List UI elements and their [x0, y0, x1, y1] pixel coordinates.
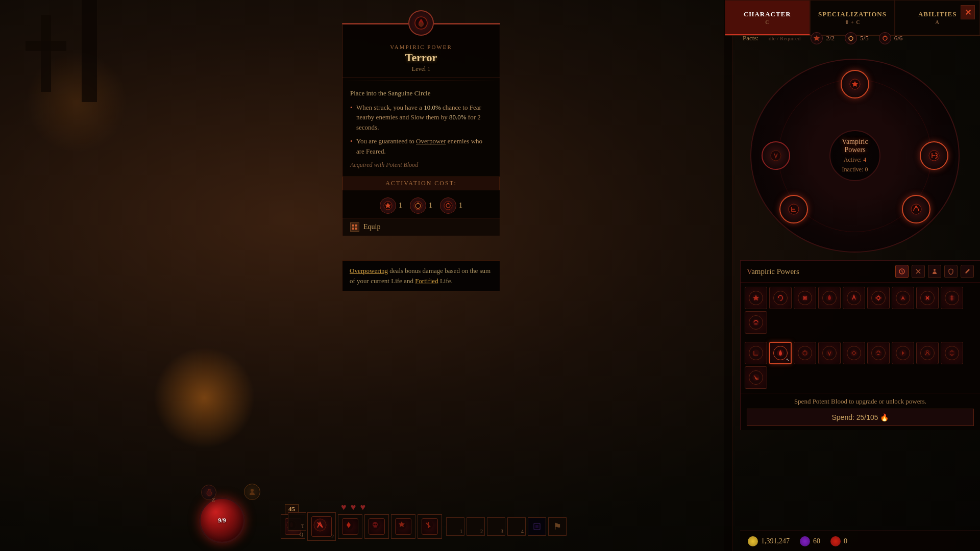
- bottom-hud: 9/9 ♥ ♥ ♥ 45 Q: [0, 495, 980, 551]
- vp-power-5[interactable]: [867, 287, 890, 309]
- potion-key-label: Z: [212, 496, 215, 503]
- skill-slot-5[interactable]: [391, 514, 415, 539]
- vp-power-0[interactable]: [745, 287, 767, 309]
- cost-eternity-icon: [440, 197, 456, 214]
- spend-fire-icon: 🔥: [880, 413, 889, 421]
- vp-power-13[interactable]: [818, 342, 841, 364]
- filter-shield[interactable]: [944, 265, 958, 278]
- filter-x[interactable]: [912, 265, 925, 278]
- skill-num-3[interactable]: 3: [487, 517, 505, 536]
- equip-label: Equip: [363, 223, 380, 231]
- vp-power-8[interactable]: [941, 287, 963, 309]
- vp-power-18[interactable]: [941, 342, 963, 364]
- wheel-node-bottomright[interactable]: [902, 195, 930, 223]
- wheel-node-top[interactable]: [841, 70, 869, 98]
- vp-power-terror-selected[interactable]: ↖: [769, 342, 792, 364]
- vp-power-4[interactable]: [843, 287, 865, 309]
- vp-power-16[interactable]: [892, 342, 914, 364]
- health-orb: 9/9: [199, 497, 245, 543]
- hud-hearts: ♥ ♥ ♥: [341, 502, 365, 513]
- svg-point-38: [850, 349, 857, 357]
- skill-slot-6[interactable]: [418, 514, 442, 539]
- skill-slot-lmb[interactable]: 2: [307, 512, 336, 541]
- vp-power-10[interactable]: [745, 342, 767, 364]
- skill-number-slots: 1 2 3 4: [446, 517, 526, 536]
- close-button[interactable]: ✕: [961, 5, 975, 19]
- tooltip-divider-1: [342, 81, 500, 81]
- equip-icon: [350, 222, 359, 232]
- vp-spend-section: Spend Potent Blood to upgrade or unlock …: [741, 393, 980, 430]
- pact-divinity-value: 5/5: [860, 34, 869, 42]
- vp-power-12[interactable]: [794, 342, 816, 364]
- vp-power-2[interactable]: [794, 287, 816, 309]
- fortified-link: Fortified: [415, 277, 438, 285]
- filter-clock[interactable]: [895, 265, 909, 278]
- character-portrait-icon[interactable]: [244, 484, 260, 500]
- vp-power-19[interactable]: [745, 366, 767, 389]
- wheel-center-text: Vampiric Powers Active: 4 Inactive: 0: [842, 138, 868, 173]
- svg-point-5: [915, 206, 917, 208]
- vp-power-7[interactable]: [916, 287, 939, 309]
- svg-rect-17: [355, 228, 357, 230]
- spend-button[interactable]: Spend: 25/105 🔥: [747, 409, 974, 426]
- tab-character-label: CHARACTER: [744, 10, 791, 18]
- vp-power-1[interactable]: [769, 287, 792, 309]
- skill-slot-skull[interactable]: [364, 514, 389, 539]
- skill-slot-t[interactable]: T: [288, 512, 306, 531]
- skill-extra[interactable]: ⚑: [548, 517, 567, 536]
- tab-specializations-shortcut: ⇧ + C: [845, 19, 861, 25]
- wheel-inactive-stat: Inactive: 0: [842, 166, 868, 173]
- cost-divinity-icon: [410, 197, 426, 214]
- filter-sword[interactable]: [961, 265, 974, 278]
- vp-power-9[interactable]: [745, 311, 767, 334]
- vp-power-3[interactable]: [818, 287, 841, 309]
- tooltip-level: Level 1: [350, 65, 492, 73]
- wheel-background: Vampiric Powers Active: 4 Inactive: 0: [750, 59, 960, 253]
- activation-costs: 1 1 1: [342, 193, 500, 218]
- close-icon: ✕: [965, 8, 971, 17]
- tooltip-body: Place into the Sanguine Circle When stru…: [342, 84, 500, 173]
- level-value: 45: [288, 505, 295, 513]
- vp-power-14[interactable]: [843, 342, 865, 364]
- svg-point-23: [804, 297, 806, 299]
- vp-power-6[interactable]: [892, 287, 914, 309]
- svg-point-13: [448, 203, 449, 205]
- pacts-sub-label: dle / Required: [769, 35, 800, 41]
- tab-specializations-label: SPECIALIZATIONS: [818, 10, 887, 18]
- tooltip-title: Terror: [350, 51, 492, 64]
- spend-button-label: Spend: 25/105 🔥: [832, 413, 889, 421]
- tooltip-acquired: Acquired with Potent Blood: [350, 160, 492, 169]
- skill-num-2[interactable]: 2: [467, 517, 485, 536]
- tooltip-bullet-1: When struck, you have a 10.0% chance to …: [350, 103, 492, 133]
- svg-point-1: [884, 36, 886, 37]
- svg-point-7: [771, 151, 781, 161]
- svg-rect-14: [352, 224, 354, 227]
- overpowering-link: Overpowering: [350, 267, 388, 274]
- divinity-icon: [845, 32, 857, 44]
- filter-person[interactable]: [928, 265, 941, 278]
- equip-button[interactable]: Equip: [342, 218, 500, 236]
- ferocity-icon: [811, 32, 823, 44]
- torch-glow-left: [153, 347, 255, 449]
- vp-power-15[interactable]: [867, 342, 890, 364]
- overpower-tooltip: Overpowering deals bonus damage based on…: [342, 260, 500, 291]
- heart-1: ♥: [341, 502, 347, 513]
- svg-rect-16: [352, 228, 354, 230]
- skill-num-4[interactable]: 4: [507, 517, 526, 536]
- vp-power-17[interactable]: [916, 342, 939, 364]
- vp-panel-title: Vampiric Powers: [747, 267, 799, 276]
- wheel-node-right[interactable]: [920, 141, 948, 170]
- skill-lmb-key: 2: [331, 534, 334, 539]
- wheel-node-left[interactable]: [762, 141, 790, 170]
- activation-cost-label: ACTIVATION COST:: [385, 180, 457, 187]
- cost-ferocity-icon: [380, 197, 396, 214]
- right-bracket: [724, 0, 732, 551]
- orb-outer: 9/9: [199, 497, 245, 543]
- skill-slot-3[interactable]: [338, 514, 362, 539]
- wheel-node-bottomleft[interactable]: [779, 195, 808, 223]
- tooltip-bullet-2: You are guaranteed to Overpower enemies …: [350, 136, 492, 156]
- svg-point-45: [251, 489, 254, 492]
- cursor-indicator: ↖: [786, 358, 790, 362]
- skill-num-1[interactable]: 1: [446, 517, 464, 536]
- skill-town-portal[interactable]: [528, 517, 546, 536]
